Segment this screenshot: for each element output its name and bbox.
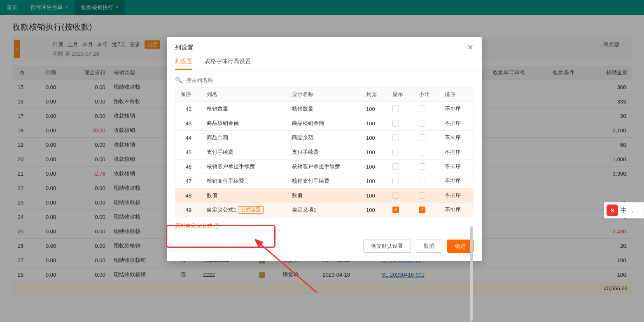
ok-button[interactable]: 确定 (447, 240, 474, 253)
cfg-name: 数值 (202, 188, 287, 203)
scrollbar-thumb[interactable] (470, 226, 473, 321)
cfg-column-header: 排序 (440, 87, 473, 102)
cfg-sort[interactable]: 不排序 (440, 131, 473, 145)
cfg-column-header: 小计 (414, 87, 440, 102)
cfg-column-header: 列名 (202, 87, 287, 102)
tab-column-settings[interactable]: 列设置 (175, 58, 192, 70)
cfg-seq: 48 (175, 188, 202, 203)
subtotal-checkbox[interactable] (419, 163, 425, 170)
subtotal-checkbox[interactable] (419, 192, 425, 199)
subtotal-checkbox[interactable] (419, 149, 425, 155)
cfg-seq: 46 (175, 160, 202, 174)
subtotal-checkbox[interactable] (419, 106, 425, 112)
cfg-name: 支付手续费 (202, 145, 287, 160)
cfg-row[interactable]: 44商品余额商品余额100不排序 (175, 131, 474, 145)
dialog-title: 列设置 (175, 44, 194, 52)
cfg-sort[interactable]: 不排序 (440, 145, 473, 160)
cfg-width[interactable]: 100 (361, 160, 387, 174)
cfg-sort[interactable]: 不排序 (440, 174, 473, 188)
restore-defaults-button[interactable]: 恢复默认设置 (363, 240, 411, 253)
ime-mode-label: 中 (621, 206, 627, 215)
cfg-column-header: 顺序 (175, 87, 202, 102)
cfg-sort[interactable]: 不排序 (440, 203, 473, 217)
cancel-button[interactable]: 取消 (416, 240, 442, 253)
show-checkbox[interactable] (392, 134, 399, 141)
cfg-sort[interactable]: 不排序 (440, 160, 473, 174)
cfg-display-name[interactable]: 商品核销金额 (287, 116, 361, 131)
add-custom-formula-link[interactable]: 新增自定义公式 ? (167, 217, 228, 235)
cfg-row[interactable]: 47核销支付手续费核销支付手续费100不排序 (175, 174, 474, 188)
ime-comma-icon: ， (630, 207, 635, 214)
cfg-seq: 49 (175, 203, 202, 217)
cfg-seq: 45 (175, 145, 202, 160)
cfg-name: 核销数量 (202, 102, 287, 116)
cfg-seq: 44 (175, 131, 202, 145)
subtotal-checkbox[interactable] (419, 120, 425, 127)
subtotal-checkbox[interactable] (419, 207, 425, 213)
show-checkbox[interactable] (392, 192, 399, 199)
cfg-name: 核销支付手续费 (202, 174, 287, 188)
cfg-name: 商品核销金额 (202, 116, 287, 131)
show-checkbox[interactable] (392, 207, 399, 213)
cfg-column-header: 列宽 (361, 87, 387, 102)
cfg-row[interactable]: 45支付手续费支付手续费100不排序 (175, 145, 474, 160)
column-config-table: 顺序列名显示名称列宽显示小计排序 42核销数量核销数量100不排序43商品核销金… (175, 87, 474, 217)
cfg-sort[interactable]: 不排序 (440, 188, 473, 203)
cfg-row[interactable]: 48数值数值100不排序 (175, 188, 474, 203)
show-checkbox[interactable] (392, 106, 399, 112)
cfg-seq: 47 (175, 174, 202, 188)
ime-indicator[interactable]: S 中 ， (604, 202, 644, 219)
cfg-display-name[interactable]: 数值 (287, 188, 361, 203)
cfg-name: 核销客户承担手续费 (202, 160, 287, 174)
cfg-name: 商品余额 (202, 131, 287, 145)
ime-logo-icon: S (607, 204, 618, 216)
subtotal-checkbox[interactable] (419, 134, 425, 141)
cfg-column-header: 显示 (387, 87, 414, 102)
show-checkbox[interactable] (392, 178, 399, 184)
cfg-width[interactable]: 100 (361, 188, 387, 203)
cfg-row[interactable]: 42核销数量核销数量100不排序 (175, 102, 474, 116)
cfg-width[interactable]: 100 (361, 174, 387, 188)
cfg-width[interactable]: 100 (361, 145, 387, 160)
subtotal-checkbox[interactable] (419, 178, 425, 184)
cfg-display-name[interactable]: 核销支付手续费 (287, 174, 361, 188)
cfg-sort[interactable]: 不排序 (440, 102, 473, 116)
cfg-seq: 43 (175, 116, 202, 131)
show-checkbox[interactable] (392, 149, 399, 155)
cfg-name: 自定义公式1公式设置 (202, 203, 287, 217)
cfg-display-name[interactable]: 自定义项1 (287, 203, 361, 217)
formula-settings-button[interactable]: 公式设置 (238, 206, 264, 214)
cfg-width[interactable]: 100 (361, 203, 387, 217)
show-checkbox[interactable] (392, 120, 399, 127)
close-icon[interactable]: ✕ (467, 43, 474, 52)
search-column-input[interactable] (186, 77, 310, 83)
column-settings-dialog: 列设置 ✕ 列设置 表格字体行高设置 🔍 顺序列名显示名称列宽显示小计排序 42… (167, 37, 482, 261)
cfg-row[interactable]: 46核销客户承担手续费核销客户承担手续费100不排序 (175, 160, 474, 174)
help-icon[interactable]: ? (214, 223, 220, 229)
cfg-seq: 42 (175, 102, 202, 116)
show-checkbox[interactable] (392, 163, 399, 170)
cfg-width[interactable]: 100 (361, 116, 387, 131)
tab-font-row-settings[interactable]: 表格字体行高设置 (205, 58, 251, 70)
cfg-width[interactable]: 100 (361, 102, 387, 116)
cfg-display-name[interactable]: 核销数量 (287, 102, 361, 116)
cfg-row[interactable]: 43商品核销金额商品核销金额100不排序 (175, 116, 474, 131)
cfg-display-name[interactable]: 商品余额 (287, 131, 361, 145)
cfg-display-name[interactable]: 核销客户承担手续费 (287, 160, 361, 174)
search-icon: 🔍 (175, 76, 183, 84)
cfg-display-name[interactable]: 支付手续费 (287, 145, 361, 160)
cfg-width[interactable]: 100 (361, 131, 387, 145)
cfg-column-header: 显示名称 (287, 87, 361, 102)
cfg-sort[interactable]: 不排序 (440, 116, 473, 131)
cfg-row[interactable]: 49自定义公式1公式设置自定义项1100不排序 (175, 203, 474, 217)
